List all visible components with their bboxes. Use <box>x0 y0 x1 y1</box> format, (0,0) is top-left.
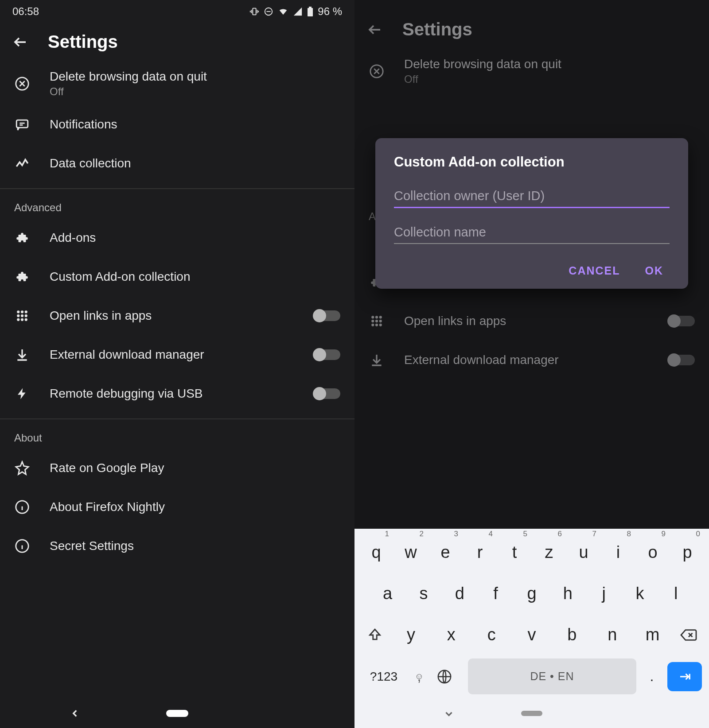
emoji-key[interactable]: ☺ , <box>406 671 432 682</box>
key-d[interactable]: d <box>442 576 478 611</box>
key-x[interactable]: x <box>431 617 471 652</box>
nav-home-pill[interactable] <box>521 711 542 716</box>
nav-collapse-icon[interactable] <box>443 708 455 719</box>
key-p[interactable]: p0 <box>670 535 705 570</box>
svg-point-22 <box>375 320 378 322</box>
app-header: Settings <box>0 21 354 62</box>
page-title: Settings <box>402 19 472 39</box>
row-title: Delete browsing data on quit <box>404 57 695 71</box>
key-l[interactable]: l <box>658 576 694 611</box>
key-e[interactable]: e3 <box>428 535 463 570</box>
svg-point-8 <box>25 310 27 313</box>
svg-point-12 <box>17 318 19 321</box>
row-subtitle: Off <box>50 85 340 98</box>
key-r[interactable]: r4 <box>463 535 497 570</box>
page-title: Settings <box>48 32 118 52</box>
svg-point-7 <box>21 310 23 313</box>
language-key[interactable] <box>437 669 464 684</box>
dnd-icon <box>264 7 273 16</box>
svg-point-6 <box>17 310 19 313</box>
row-notifications[interactable]: Notifications <box>0 105 354 144</box>
collection-owner-input[interactable] <box>394 184 670 208</box>
svg-rect-2 <box>308 8 313 16</box>
nav-home-pill[interactable] <box>166 710 188 717</box>
row-secret-settings[interactable]: Secret Settings <box>0 527 354 565</box>
divider <box>0 418 354 419</box>
key-m[interactable]: m <box>632 617 673 652</box>
key-n[interactable]: n <box>592 617 632 652</box>
status-time: 06:58 <box>12 5 39 18</box>
toggle-external-download <box>668 355 695 365</box>
row-open-links[interactable]: Open links in apps <box>0 296 354 335</box>
row-title: External download manager <box>50 348 294 362</box>
row-addons[interactable]: Add-ons <box>0 218 354 257</box>
row-title: Open links in apps <box>50 309 294 323</box>
key-i[interactable]: i8 <box>601 535 635 570</box>
symbols-key[interactable]: ?123 <box>366 670 401 684</box>
ok-button[interactable]: OK <box>645 264 664 277</box>
key-y[interactable]: y <box>391 617 431 652</box>
key-f[interactable]: f <box>478 576 514 611</box>
chart-icon <box>14 155 30 171</box>
row-about-firefox[interactable]: About Firefox Nightly <box>0 488 354 527</box>
row-subtitle: Off <box>404 73 695 85</box>
key-j[interactable]: j <box>586 576 622 611</box>
battery-icon <box>307 7 313 16</box>
row-rate[interactable]: Rate on Google Play <box>0 449 354 488</box>
shift-key[interactable] <box>359 627 391 643</box>
key-g[interactable]: g <box>514 576 549 611</box>
grid-icon <box>14 308 30 324</box>
close-circle-icon <box>14 76 30 92</box>
screen-settings: 06:58 96 % Settings <box>0 0 354 728</box>
collection-name-input[interactable] <box>394 221 670 244</box>
key-o[interactable]: o9 <box>635 535 670 570</box>
row-data-collection[interactable]: Data collection <box>0 144 354 183</box>
kb-row-3: yxcvbnm <box>357 617 706 652</box>
divider <box>0 188 354 189</box>
nav-back-icon[interactable] <box>69 708 81 719</box>
svg-point-11 <box>25 314 27 317</box>
key-a[interactable]: a <box>370 576 405 611</box>
key-w[interactable]: w2 <box>393 535 428 570</box>
row-external-download[interactable]: External download manager <box>0 335 354 374</box>
key-z[interactable]: z6 <box>532 535 566 570</box>
toggle-remote-debug[interactable] <box>314 388 340 399</box>
period-key[interactable]: . <box>641 668 663 685</box>
puzzle-icon <box>14 269 30 285</box>
key-q[interactable]: q1 <box>359 535 393 570</box>
svg-point-10 <box>21 314 23 317</box>
space-key[interactable]: DE • EN <box>468 658 636 694</box>
back-icon[interactable] <box>12 34 28 50</box>
key-b[interactable]: b <box>552 617 592 652</box>
row-title: Add-ons <box>50 231 340 245</box>
row-delete-browsing[interactable]: Delete browsing data on quit Off <box>0 62 354 105</box>
svg-rect-3 <box>309 7 312 8</box>
info-icon <box>14 499 30 515</box>
row-title: External download manager <box>404 353 649 367</box>
key-h[interactable]: h <box>550 576 586 611</box>
toggle-open-links[interactable] <box>314 310 340 321</box>
svg-point-9 <box>17 314 19 317</box>
row-custom-addon[interactable]: Custom Add-on collection <box>0 257 354 296</box>
toggle-external-download[interactable] <box>314 349 340 360</box>
bolt-icon <box>14 386 30 402</box>
svg-rect-5 <box>16 120 28 128</box>
row-open-links: Open links in apps <box>354 302 709 341</box>
key-u[interactable]: u7 <box>566 535 601 570</box>
back-icon[interactable] <box>367 22 383 38</box>
row-remote-debug[interactable]: Remote debugging via USB <box>0 374 354 413</box>
enter-key[interactable] <box>667 662 702 691</box>
svg-point-18 <box>371 316 374 318</box>
backspace-key[interactable] <box>673 627 705 643</box>
key-t[interactable]: t5 <box>497 535 532 570</box>
key-s[interactable]: s <box>405 576 441 611</box>
svg-point-14 <box>25 318 27 321</box>
key-k[interactable]: k <box>622 576 658 611</box>
section-advanced: Advanced <box>0 194 354 218</box>
key-v[interactable]: v <box>512 617 552 652</box>
kb-row-4: ?123 ☺ , DE • EN . <box>357 658 706 694</box>
cancel-button[interactable]: CANCEL <box>569 264 620 277</box>
row-title: Delete browsing data on quit <box>50 70 340 84</box>
key-c[interactable]: c <box>471 617 512 652</box>
status-bar: 06:58 96 % <box>0 0 354 21</box>
